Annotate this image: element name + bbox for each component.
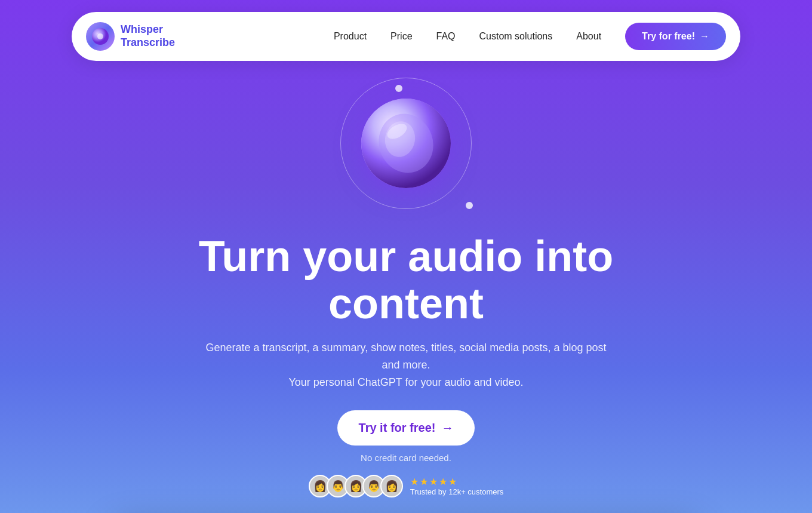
hero-cta-label: Try it for free! <box>359 421 436 435</box>
social-proof: 👩 👨 👩 👨 👩 ★ ★ ★ ★ ★ Trusted by 12k+ cust… <box>309 475 504 497</box>
hero-headline: Turn your audio into content <box>137 233 675 327</box>
nav-product[interactable]: Product <box>334 31 367 42</box>
logo-text: WhisperTranscribe <box>121 23 175 49</box>
nav-about[interactable]: About <box>576 31 601 42</box>
hero-section: WhisperTranscribe Product Price FAQ Cust… <box>0 0 812 513</box>
hero-orb <box>334 72 478 215</box>
navbar-cta-button[interactable]: Try for free! → <box>625 23 726 50</box>
orb-dot-bottom <box>466 202 473 209</box>
star-4: ★ <box>439 476 447 487</box>
navbar: WhisperTranscribe Product Price FAQ Cust… <box>72 12 740 61</box>
nav-links: Product Price FAQ Custom solutions About <box>334 31 601 42</box>
star-2: ★ <box>420 476 428 487</box>
trust-text: Trusted by 12k+ customers <box>410 487 504 496</box>
hero-subtext-line2: Your personal ChatGPT for your audio and… <box>288 376 523 388</box>
star-rating: ★ ★ ★ ★ ★ <box>410 476 504 487</box>
hero-subtext: Generate a transcript, a summary, show n… <box>197 339 615 391</box>
orb-inner <box>361 99 451 188</box>
nav-price[interactable]: Price <box>390 31 412 42</box>
svg-point-1 <box>97 33 103 39</box>
star-5: ★ <box>448 476 457 487</box>
stars-trust-group: ★ ★ ★ ★ ★ Trusted by 12k+ customers <box>410 476 504 496</box>
no-credit-card-text: No credit card needed. <box>361 453 451 463</box>
navbar-wrapper: WhisperTranscribe Product Price FAQ Cust… <box>72 12 740 61</box>
star-3: ★ <box>429 476 438 487</box>
nav-custom-solutions[interactable]: Custom solutions <box>479 31 553 42</box>
logo-icon <box>86 22 115 51</box>
navbar-cta-arrow-icon: → <box>700 31 709 42</box>
avatar-5: 👩 <box>380 475 403 497</box>
hero-cta-button[interactable]: Try it for free! → <box>337 410 475 446</box>
navbar-cta-label: Try for free! <box>642 31 695 42</box>
hero-subtext-line1: Generate a transcript, a summary, show n… <box>206 342 607 371</box>
hero-cta-arrow-icon: → <box>441 421 453 435</box>
nav-faq[interactable]: FAQ <box>436 31 456 42</box>
orb-dot-top <box>395 85 402 92</box>
avatar-group: 👩 👨 👩 👨 👩 <box>309 475 403 497</box>
logo-link[interactable]: WhisperTranscribe <box>86 22 175 51</box>
star-1: ★ <box>410 476 419 487</box>
